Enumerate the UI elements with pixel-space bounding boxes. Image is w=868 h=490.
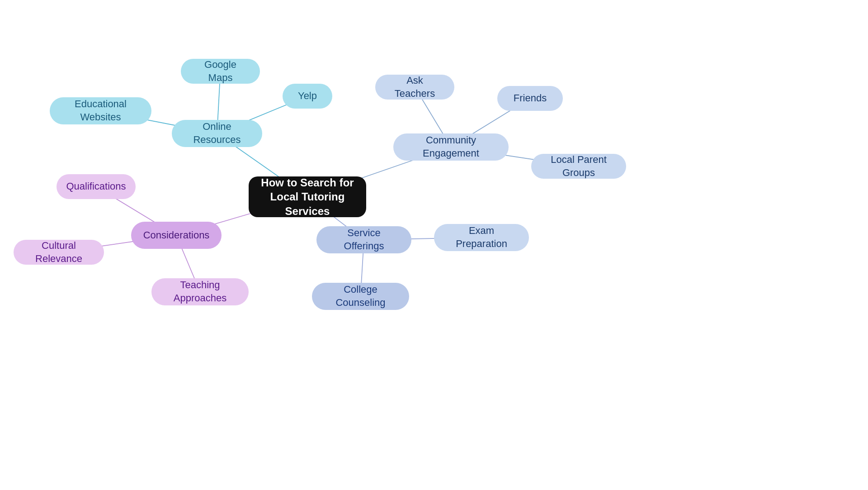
community-engagement-label: Community Engagement: [404, 134, 498, 160]
online-resources-label: Online Resources: [183, 120, 251, 146]
considerations-label: Considerations: [143, 229, 210, 242]
college-counseling-label: College Counseling: [323, 283, 398, 309]
service-offerings-node: Service Offerings: [316, 226, 411, 253]
friends-label: Friends: [514, 92, 547, 105]
ask-teachers-node: Ask Teachers: [375, 75, 454, 100]
educational-websites-label: Educational Websites: [61, 98, 141, 124]
college-counseling-node: College Counseling: [312, 283, 409, 310]
educational-websites-node: Educational Websites: [50, 97, 151, 124]
exam-preparation-label: Exam Preparation: [445, 224, 518, 250]
local-parent-groups-label: Local Parent Groups: [542, 153, 615, 179]
friends-node: Friends: [497, 86, 563, 111]
considerations-node: Considerations: [131, 222, 222, 249]
yelp-label: Yelp: [298, 90, 317, 103]
center-label: How to Search for Local Tutoring Service…: [259, 176, 355, 218]
local-parent-groups-node: Local Parent Groups: [531, 154, 626, 179]
online-resources-node: Online Resources: [172, 120, 262, 147]
cultural-relevance-node: Cultural Relevance: [14, 240, 104, 265]
qualifications-node: Qualifications: [57, 174, 136, 199]
teaching-approaches-label: Teaching Approaches: [162, 279, 238, 304]
yelp-node: Yelp: [283, 84, 332, 109]
teaching-approaches-node: Teaching Approaches: [151, 278, 249, 305]
exam-preparation-node: Exam Preparation: [434, 224, 529, 251]
ask-teachers-label: Ask Teachers: [386, 74, 443, 100]
community-engagement-node: Community Engagement: [393, 133, 509, 161]
google-maps-label: Google Maps: [192, 58, 249, 84]
google-maps-node: Google Maps: [181, 59, 260, 84]
service-offerings-label: Service Offerings: [327, 227, 401, 252]
center-node: How to Search for Local Tutoring Service…: [249, 176, 366, 217]
qualifications-label: Qualifications: [66, 180, 126, 193]
cultural-relevance-label: Cultural Relevance: [24, 239, 93, 265]
